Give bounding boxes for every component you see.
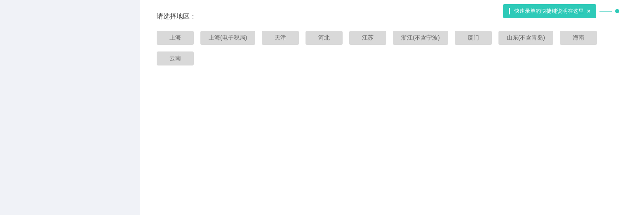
region-btn-tianjin[interactable]: 天津 (262, 31, 299, 45)
region-btn-shanghai[interactable]: 上海 (157, 31, 194, 45)
region-buttons-container: 上海上海(电子税局)天津河北江苏浙江(不含宁波)厦门山东(不含青岛)海南云南 (157, 31, 628, 65)
region-btn-hebei[interactable]: 河北 (306, 31, 343, 45)
region-btn-zhejiang[interactable]: 浙江(不含宁波) (393, 31, 448, 45)
left-sidebar (0, 0, 140, 215)
region-btn-jiangsu[interactable]: 江苏 (349, 31, 386, 45)
region-btn-hainan[interactable]: 海南 (560, 31, 597, 45)
tooltip-label: 快速录单的快捷键说明在这里 (514, 7, 584, 15)
region-btn-shandong[interactable]: 山东(不含青岛) (498, 31, 553, 45)
main-content: 请选择地区： 上海上海(电子税局)天津河北江苏浙江(不含宁波)厦门山东(不含青岛… (140, 0, 644, 215)
tooltip-box: 快速录单的快捷键说明在这里 × (503, 4, 596, 18)
tooltip-line (599, 11, 612, 12)
region-btn-yunnan[interactable]: 云南 (157, 51, 194, 65)
tooltip-bar-icon (509, 8, 510, 14)
tooltip-close-button[interactable]: × (587, 8, 590, 14)
tooltip-dot (615, 9, 619, 13)
region-btn-shanghai-etax[interactable]: 上海(电子税局) (200, 31, 255, 45)
tooltip-container: 快速录单的快捷键说明在这里 × (503, 4, 619, 18)
region-btn-xiamen[interactable]: 厦门 (455, 31, 492, 45)
